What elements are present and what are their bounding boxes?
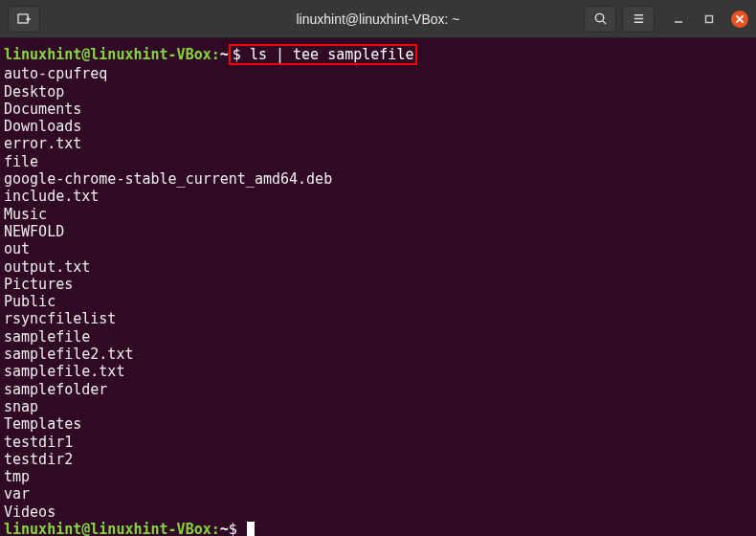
prompt-path: ~: [220, 521, 229, 536]
svg-line-4: [602, 21, 605, 24]
terminal-content[interactable]: linuxhint@linuxhint-VBox:~$ ls | tee sam…: [0, 38, 756, 536]
window-titlebar: linuxhint@linuxhint-VBox: ~: [0, 0, 756, 38]
svg-rect-9: [706, 15, 713, 22]
output-line: samplefolder: [4, 381, 752, 398]
menu-button[interactable]: [622, 6, 655, 33]
output-line: Desktop: [4, 83, 752, 100]
output-line: snap: [4, 398, 752, 415]
svg-point-3: [595, 13, 603, 21]
output-line: Templates: [4, 415, 752, 433]
output-line: output.txt: [4, 258, 752, 276]
output-line: rsyncfilelist: [4, 310, 752, 327]
prompt-user-host: linuxhint@linuxhint-VBox:: [4, 46, 220, 63]
terminal-cursor: [247, 522, 255, 536]
output-line: testdir1: [4, 434, 752, 451]
titlebar-left-group: [8, 6, 40, 33]
new-tab-icon: [16, 11, 32, 27]
output-line: auto-cpufreq: [4, 65, 752, 82]
output-line: var: [4, 485, 752, 502]
new-tab-button[interactable]: [8, 6, 40, 33]
command-line-2: linuxhint@linuxhint-VBox:~$: [4, 521, 752, 536]
close-icon: [734, 13, 745, 25]
maximize-icon: [703, 13, 715, 25]
window-title: linuxhint@linuxhint-VBox: ~: [296, 11, 459, 27]
output-line: samplefile.txt: [4, 363, 752, 380]
highlighted-command-box: $ ls | tee samplefile: [229, 44, 418, 65]
output-line: error.txt: [4, 135, 752, 152]
hamburger-icon: [632, 11, 646, 26]
command-text: ls | tee samplefile: [250, 46, 414, 63]
output-line: Music: [4, 206, 752, 223]
output-line: out: [4, 240, 752, 257]
output-line: Public: [4, 293, 752, 310]
prompt-symbol: $: [229, 521, 246, 536]
output-line: include.txt: [4, 188, 752, 205]
output-line: tmp: [4, 468, 752, 485]
maximize-button[interactable]: [700, 11, 718, 28]
prompt-symbol: $: [233, 46, 250, 63]
titlebar-right-group: [584, 6, 748, 33]
output-line: testdir2: [4, 451, 752, 468]
command-line-1: linuxhint@linuxhint-VBox:~$ ls | tee sam…: [4, 44, 752, 65]
prompt-path: ~: [220, 46, 229, 63]
minimize-icon: [673, 13, 684, 25]
output-line: Documents: [4, 100, 752, 118]
search-icon: [593, 11, 608, 26]
output-line: Downloads: [4, 118, 752, 135]
search-button[interactable]: [584, 6, 616, 33]
output-line: google-chrome-stable_current_amd64.deb: [4, 170, 752, 188]
output-line: file: [4, 153, 752, 170]
prompt-user-host: linuxhint@linuxhint-VBox:: [4, 521, 220, 536]
output-line: Pictures: [4, 276, 752, 293]
minimize-button[interactable]: [670, 11, 687, 28]
window-controls: [670, 11, 748, 28]
output-line: NEWFOLD: [4, 223, 752, 240]
output-line: Videos: [4, 503, 752, 521]
output-line: samplefile: [4, 328, 752, 346]
output-line: samplefile2.txt: [4, 346, 752, 363]
close-button[interactable]: [731, 11, 748, 28]
